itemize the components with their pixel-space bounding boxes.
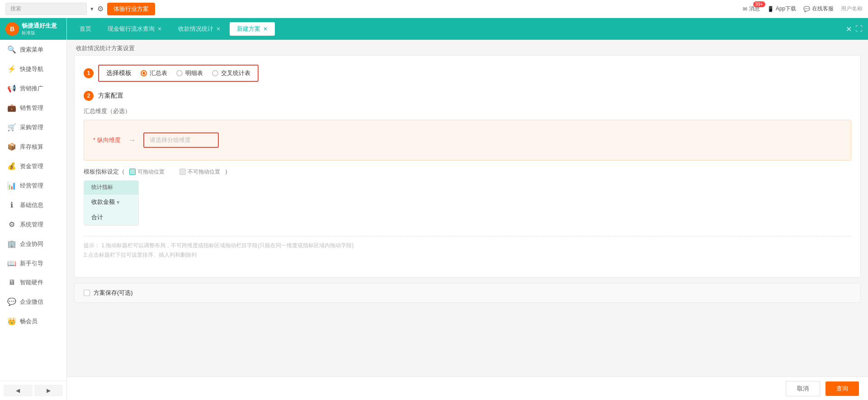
metrics-header: 模板指标设定（ 可拖动位置 不可拖动位置 ） bbox=[84, 168, 851, 176]
sidebar-item-marketing[interactable]: 📢 营销推广 bbox=[0, 79, 66, 98]
sidebar-item-purchase[interactable]: 🛒 采购管理 bbox=[0, 118, 66, 137]
dimension-arrow-icon: → bbox=[128, 136, 136, 145]
logo-icon: B bbox=[5, 22, 19, 36]
tab-home[interactable]: 首页 bbox=[72, 22, 99, 36]
dimension-required-label: 汇总维度（必选） bbox=[84, 107, 851, 115]
gear-icon[interactable]: ⚙ bbox=[97, 5, 104, 13]
notification-item[interactable]: ✉ 消息 99+ bbox=[743, 5, 760, 13]
management-icon: 📊 bbox=[7, 181, 16, 190]
sidebar-item-enterprise[interactable]: 🏢 企业协同 bbox=[0, 234, 66, 254]
metrics-grid-header: 统计指标 bbox=[84, 181, 138, 194]
finance-icon: 💰 bbox=[7, 162, 16, 170]
step1-section: 1 选择模板 汇总表 明细表 bbox=[84, 65, 851, 82]
tab-newplan[interactable]: 新建方案 ✕ bbox=[230, 22, 275, 36]
sidebar-item-label: 智能硬件 bbox=[20, 278, 43, 287]
sidebar-item-label: 库存核算 bbox=[20, 143, 43, 151]
content-area: 首页 现金银行流水查询 ✕ 收款情况统计 ✕ 新建方案 ✕ ✕ ⛶ 收款情况统计… bbox=[67, 18, 868, 400]
metrics-cell-total: 合计 bbox=[84, 210, 138, 225]
sidebar-item-label: 采购管理 bbox=[20, 123, 43, 132]
guide-icon: 📖 bbox=[7, 259, 16, 268]
nav-icon: ⚡ bbox=[7, 65, 16, 73]
top-bar: 搜索 ▾ ⚙ 体验行业方案 ✉ 消息 99+ 📱 App下载 💬 在线客服 用户… bbox=[0, 0, 868, 18]
tab-collection[interactable]: 收款情况统计 ✕ bbox=[171, 22, 228, 36]
sidebar-bottom: ◀ ▶ bbox=[0, 381, 66, 400]
username: 用户名称 bbox=[841, 5, 863, 13]
step1-number: 1 bbox=[84, 68, 94, 78]
inventory-icon: 📦 bbox=[7, 142, 16, 151]
sidebar-item-label: 畅会员 bbox=[20, 317, 38, 325]
save-checkbox[interactable] bbox=[84, 290, 90, 296]
tab-home-label: 首页 bbox=[80, 25, 91, 33]
sidebar-item-finance[interactable]: 💰 资金管理 bbox=[0, 156, 66, 176]
notification-badge: 99+ bbox=[753, 1, 765, 7]
radio-detail-circle bbox=[176, 70, 183, 76]
legend-draggable-label: 可拖动位置 bbox=[137, 168, 165, 176]
template-select-box: 选择模板 汇总表 明细表 bbox=[98, 65, 259, 82]
metrics-total-label: 合计 bbox=[91, 214, 103, 221]
sidebar-logo: B 畅捷通好生意 标准版 bbox=[0, 18, 66, 40]
tab-cashflow-close-icon[interactable]: ✕ bbox=[157, 26, 162, 32]
metrics-dropdown-icon[interactable]: ▾ bbox=[117, 199, 120, 206]
radio-detail-label: 明细表 bbox=[185, 69, 203, 77]
radio-summary-label: 汇总表 bbox=[150, 69, 167, 77]
tab-newplan-close-icon[interactable]: ✕ bbox=[263, 26, 268, 32]
sidebar-item-inventory[interactable]: 📦 库存核算 bbox=[0, 137, 66, 156]
tips-section: 提示： 1.拖动标题栏可以调整布局，不可跨维度或指标区域拖动栏目字段(只能在同一… bbox=[84, 236, 851, 259]
tab-newplan-label: 新建方案 bbox=[237, 25, 260, 33]
cancel-button[interactable]: 取消 bbox=[786, 381, 820, 396]
sidebar-bottom-btn1[interactable]: ◀ bbox=[4, 385, 33, 396]
search-icon: 🔍 bbox=[7, 45, 16, 54]
service-item[interactable]: 💬 在线客服 bbox=[803, 5, 834, 13]
sidebar-item-label: 企业协同 bbox=[20, 240, 43, 248]
trial-button[interactable]: 体验行业方案 bbox=[107, 3, 155, 15]
sidebar-item-label: 经营管理 bbox=[20, 182, 43, 190]
metrics-amount-label: 收款金额 bbox=[91, 198, 115, 206]
save-label: 方案保存(可选) bbox=[94, 289, 133, 297]
search-placeholder: 搜索 bbox=[10, 5, 21, 12]
dimension-area: * 纵向维度 → 请选择分组维度 bbox=[84, 120, 851, 160]
metrics-separator bbox=[169, 168, 175, 176]
sidebar-item-hardware[interactable]: 🖥 智能硬件 bbox=[0, 273, 66, 292]
marketing-icon: 📢 bbox=[7, 84, 16, 93]
basic-icon: ℹ bbox=[7, 201, 16, 209]
radio-cross-circle bbox=[212, 70, 218, 76]
sidebar-item-management[interactable]: 📊 经营管理 bbox=[0, 176, 66, 195]
tab-cashflow-label: 现金银行流水查询 bbox=[108, 25, 155, 33]
query-button[interactable]: 查询 bbox=[826, 381, 859, 396]
sidebar-item-member[interactable]: 👑 畅会员 bbox=[0, 311, 66, 331]
tips-text1: 1.拖动标题栏可以调整布局，不可跨维度或指标区域拖动栏目字段(只能在同一维度或指… bbox=[101, 242, 354, 249]
logo-text: 畅捷通好生意 bbox=[22, 22, 57, 30]
radio-summary[interactable]: 汇总表 bbox=[141, 69, 167, 77]
metrics-cell-amount: 收款金额 ▾ bbox=[84, 194, 138, 210]
legend-nondraggable-label: 不可拖动位置 bbox=[188, 168, 220, 176]
service-icon: 💬 bbox=[803, 6, 810, 12]
sidebar-item-sales[interactable]: 💼 销售管理 bbox=[0, 98, 66, 118]
tab-cashflow[interactable]: 现金银行流水查询 ✕ bbox=[100, 22, 169, 36]
logo-abbr: B bbox=[10, 25, 14, 33]
sidebar-bottom-btn2[interactable]: ▶ bbox=[34, 385, 63, 396]
download-icon: 📱 bbox=[767, 6, 774, 12]
member-icon: 👑 bbox=[7, 317, 16, 325]
step2-section: 2 方案配置 汇总维度（必选） * 纵向维度 → 请选择分组维度 bbox=[84, 91, 851, 259]
radio-cross[interactable]: 交叉统计表 bbox=[212, 69, 250, 77]
radio-detail[interactable]: 明细表 bbox=[176, 69, 203, 77]
sidebar-item-guide[interactable]: 📖 新手引导 bbox=[0, 254, 66, 273]
sidebar-item-basic[interactable]: ℹ 基础信息 bbox=[0, 195, 66, 215]
sidebar-item-system[interactable]: ⚙ 系统管理 bbox=[0, 215, 66, 234]
download-item[interactable]: 📱 App下载 bbox=[767, 5, 796, 13]
dropdown-arrow-icon[interactable]: ▾ bbox=[90, 5, 94, 12]
sidebar-item-label: 营销推广 bbox=[20, 85, 43, 93]
dimension-input[interactable]: 请选择分组维度 bbox=[143, 132, 219, 148]
tips-text2: 2.点击标题栏下拉可设置排序、插入列和删除列 bbox=[84, 252, 197, 258]
maximize-icon[interactable]: ⛶ bbox=[855, 25, 863, 33]
page-content: 收款情况统计方案设置 1 选择模板 汇总表 bbox=[67, 40, 868, 376]
config-section: 汇总维度（必选） * 纵向维度 → 请选择分组维度 bbox=[84, 107, 851, 259]
close-window-icon[interactable]: ✕ bbox=[846, 25, 852, 33]
sidebar-item-wechat[interactable]: 💬 企业微信 bbox=[0, 292, 66, 311]
search-box[interactable]: 搜索 bbox=[5, 3, 87, 15]
tab-collection-close-icon[interactable]: ✕ bbox=[216, 26, 221, 32]
sidebar-item-label: 新手引导 bbox=[20, 259, 43, 268]
sidebar-item-search[interactable]: 🔍 搜索菜单 bbox=[0, 40, 66, 59]
sidebar-item-nav[interactable]: ⚡ 快捷导航 bbox=[0, 59, 66, 79]
radio-group: 汇总表 明细表 交叉统计表 bbox=[141, 69, 250, 77]
